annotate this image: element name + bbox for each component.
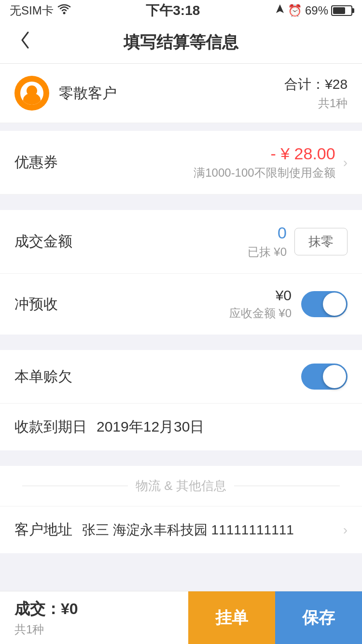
coupon-desc: 满1000-100不限制使用金额 [194, 165, 335, 181]
due-date-label: 收款到期日 [14, 417, 87, 437]
transaction-right: 0 已抹 ¥0 抹零 [248, 224, 348, 260]
battery-percent: 69% [305, 4, 328, 17]
customer-avatar [14, 76, 49, 111]
prepay-toggle[interactable] [301, 291, 348, 317]
address-value: 张三 海淀永丰科技园 11111111111 [82, 521, 343, 539]
pending-button[interactable]: 挂单 [188, 591, 275, 644]
logistics-section: 物流 & 其他信息 客户地址 张三 海淀永丰科技园 11111111111 › [0, 466, 362, 553]
bottom-summary: 成交：¥0 共1种 [0, 599, 188, 637]
battery-fill [333, 7, 345, 14]
toggle-knob [323, 293, 346, 316]
content: 零散客户 合计：¥28 共1种 优惠券 - ¥ 28.00 满1000-100不… [0, 64, 362, 619]
deal-label: 成交： [14, 600, 61, 617]
credit-toggle-knob [323, 365, 346, 388]
amount-section: 成交金额 0 已抹 ¥0 抹零 冲预收 ¥0 应收金额 ¥0 [0, 210, 362, 335]
customer-row: 零散客户 合计：¥28 共1种 [0, 64, 362, 123]
total-count: 共1种 [284, 96, 348, 111]
status-left: 无SIM卡 [10, 3, 71, 18]
transaction-label: 成交金额 [14, 232, 72, 252]
svg-point-0 [63, 12, 65, 14]
coupon-label: 优惠券 [14, 153, 58, 172]
page-title: 填写结算等信息 [124, 31, 238, 54]
coupon-amount: - ¥ 28.00 [194, 144, 335, 163]
wifi-icon [57, 4, 71, 17]
logistics-header: 物流 & 其他信息 [0, 466, 362, 506]
prepay-value: ¥0 [229, 287, 292, 304]
avatar-inner [20, 82, 43, 105]
deal-amount: ¥0 [61, 600, 78, 617]
gps-icon [275, 3, 285, 18]
chevron-right-icon: › [343, 155, 348, 170]
prepay-label: 冲预收 [14, 294, 58, 314]
coupon-section[interactable]: 优惠券 - ¥ 28.00 满1000-100不限制使用金额 › [0, 131, 362, 195]
customer-info: 零散客户 [14, 76, 117, 111]
logistics-label: 物流 & 其他信息 [136, 477, 226, 494]
credit-row: 本单赊欠 [0, 350, 362, 404]
divider-1 [0, 202, 362, 210]
address-row[interactable]: 客户地址 张三 海淀永丰科技园 11111111111 › [0, 506, 362, 553]
signal-text: 无SIM卡 [10, 3, 54, 18]
credit-toggle[interactable] [301, 364, 348, 390]
due-date-value: 2019年12月30日 [97, 417, 204, 437]
coupon-detail: - ¥ 28.00 满1000-100不限制使用金额 [194, 144, 335, 181]
coupon-right: - ¥ 28.00 满1000-100不限制使用金额 › [194, 144, 348, 181]
total-amount: 合计：¥28 [284, 75, 348, 94]
bottom-bar: 成交：¥0 共1种 挂单 保存 [0, 591, 362, 644]
transaction-detail: 0 已抹 ¥0 [248, 224, 287, 260]
bottom-count: 共1种 [14, 622, 174, 637]
due-date-row: 收款到期日 2019年12月30日 [0, 404, 362, 450]
divider-3 [0, 458, 362, 466]
transaction-value: 0 [248, 224, 287, 242]
status-right: ⏰ 69% [275, 3, 352, 18]
battery-icon [331, 5, 352, 16]
address-chevron-icon: › [343, 522, 348, 538]
prepay-right: ¥0 应收金额 ¥0 [229, 287, 348, 321]
prepay-row: 冲预收 ¥0 应收金额 ¥0 [0, 274, 362, 335]
status-time: 下午3:18 [146, 1, 200, 20]
coupon-row[interactable]: 优惠券 - ¥ 28.00 满1000-100不限制使用金额 › [0, 131, 362, 195]
divider-2 [0, 342, 362, 350]
round-button[interactable]: 抹零 [294, 228, 348, 255]
save-button[interactable]: 保存 [275, 591, 362, 644]
prepay-amounts: ¥0 应收金额 ¥0 [229, 287, 292, 321]
already-rounded: 已抹 ¥0 [248, 244, 287, 260]
bottom-deal: 成交：¥0 [14, 599, 174, 620]
status-bar: 无SIM卡 下午3:18 ⏰ 69% [0, 0, 362, 21]
customer-total: 合计：¥28 共1种 [284, 75, 348, 111]
prepay-receivable: 应收金额 ¥0 [229, 306, 292, 321]
address-label: 客户地址 [14, 520, 72, 540]
customer-name: 零散客户 [59, 84, 117, 103]
transaction-row: 成交金额 0 已抹 ¥0 抹零 [0, 210, 362, 274]
back-button[interactable] [14, 26, 36, 59]
alarm-icon: ⏰ [288, 4, 302, 17]
customer-section: 零散客户 合计：¥28 共1种 [0, 64, 362, 123]
credit-section: 本单赊欠 收款到期日 2019年12月30日 [0, 350, 362, 450]
credit-label: 本单赊欠 [14, 367, 72, 387]
nav-bar: 填写结算等信息 [0, 21, 362, 64]
